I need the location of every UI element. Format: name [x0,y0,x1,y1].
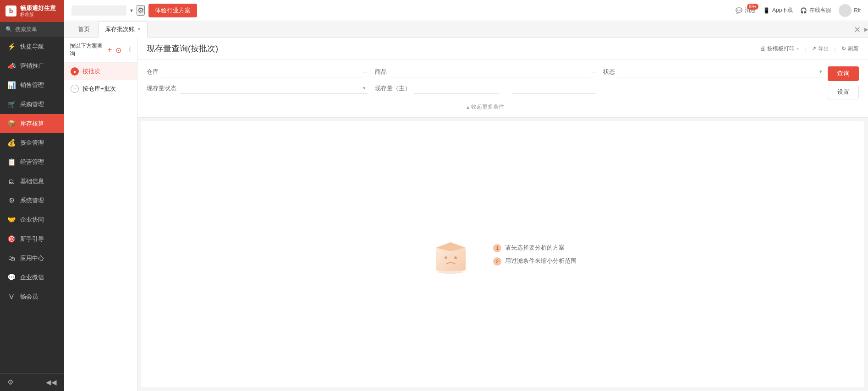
svg-point-4 [438,270,463,274]
breadcrumb-input[interactable] [71,5,126,16]
product-field: 商品 ··· [375,66,596,77]
main-area: ▾ ⚙ 体验行业方案 💬 消息 99+ 📱 App下载 🎧 在线客服 Rit [64,0,868,391]
sidebar-item-finance[interactable]: 💰 资金管理 [0,133,64,152]
scheme-panel-header: 按以下方案查询 + ⊙ 《 [64,38,137,63]
empty-state: 1 请先选择要分析的方案 2 用过滤条件来缩小分析范围 [141,121,864,387]
sidebar-item-wechat[interactable]: 💬 企业微信 [0,268,64,287]
scheme-settings-button[interactable]: ⊙ [115,46,121,54]
scheme-collapse-button[interactable]: 《 [125,46,132,54]
page-header: 现存量查询(按批次) 🖨 按模板打印 ▾ | ↗ 导出 | ↻ [137,38,868,60]
svg-point-3 [454,256,457,259]
app-title: 畅康通好生意 [20,5,56,12]
refresh-icon: ↻ [841,45,846,52]
sidebar-collapse-button[interactable]: ◀◀ [46,378,57,386]
export-button[interactable]: ↗ 导出 [812,45,829,53]
query-button[interactable]: 查询 [828,66,859,81]
breadcrumb-dropdown-icon[interactable]: ▾ [130,7,133,14]
sidebar-item-operations[interactable]: 📋 经营管理 [0,152,64,172]
collapse-filter-label: 收起更多条件 [471,103,504,111]
basic-label: 基础信息 [20,177,44,185]
stock-status-label: 现存量状态 [147,84,176,92]
tab-home-label: 首页 [78,25,90,33]
scheme-panel-title: 按以下方案查询 [70,42,108,58]
svg-point-2 [445,256,447,259]
sidebar-settings-button[interactable]: ⚙ [7,378,13,386]
sidebar-item-newbie[interactable]: 🎯 新手引导 [0,229,64,249]
panel-close-button[interactable]: ✕ [854,25,861,35]
purchase-label: 采购管理 [20,100,44,109]
sidebar-item-system[interactable]: ⚙ 系统管理 [0,191,64,210]
quicknav-label: 快捷导航 [20,43,44,51]
tab-home[interactable]: 首页 [71,21,96,38]
filter-row-2: 现存量状态 ▾ 现存量（主） [147,83,824,94]
sidebar-item-basic[interactable]: 🗂 基础信息 [0,172,64,191]
scheme-panel: 按以下方案查询 + ⊙ 《 ● 按批次 ○ 按仓库+批次 [64,38,137,391]
product-input[interactable] [390,66,591,77]
panel-expand-button[interactable]: ▶ [864,27,868,33]
refresh-button[interactable]: ↻ 刷新 [841,45,859,53]
quantity-label: 现存量（主） [375,84,411,92]
warehouse-input[interactable] [162,66,363,77]
messages-badge: 99+ [747,4,758,10]
warehouse-more-button[interactable]: ··· [363,69,368,75]
content-area: 按以下方案查询 + ⊙ 《 ● 按批次 ○ 按仓库+批次 [64,38,868,391]
online-service-label: 在线客服 [809,6,831,14]
sidebar-item-sales[interactable]: 📊 销售管理 [0,76,64,95]
sidebar-header: b 畅康通好生意 标准版 [0,0,64,22]
filter-settings-button[interactable]: 设置 [828,85,859,99]
app-subtitle: 标准版 [20,12,56,17]
quantity-min-input[interactable] [414,83,499,94]
empty-tip-2: 2 用过滤条件来缩小分析范围 [493,257,577,266]
wechat-icon: 💬 [7,273,16,282]
marketing-label: 营销推广 [20,62,44,70]
finance-label: 资金管理 [20,139,44,147]
top-bar: ▾ ⚙ 体验行业方案 💬 消息 99+ 📱 App下载 🎧 在线客服 Rit [64,0,868,21]
scheme-add-button[interactable]: + [108,46,112,54]
sidebar-search[interactable]: 🔍 搜索菜单 [0,22,64,37]
app-download-label: App下载 [772,6,793,14]
sales-icon: 📊 [7,81,16,89]
right-panel: 现存量查询(按批次) 🖨 按模板打印 ▾ | ↗ 导出 | ↻ [137,38,868,391]
topbar-settings-button[interactable]: ⚙ [137,5,145,16]
stock-status-select[interactable] [180,83,368,93]
tab-close-icon[interactable]: × [137,26,141,33]
print-button[interactable]: 🖨 按模板打印 ▾ [760,45,799,53]
appstore-icon: 🛍 [7,254,16,262]
app-download-button[interactable]: 📱 App下载 [763,6,793,14]
sidebar-item-appstore[interactable]: 🛍 应用中心 [0,249,64,268]
marketing-icon: 📣 [7,62,16,70]
scheme-item-batch[interactable]: ● 按批次 [64,63,137,80]
sidebar-item-enterprise[interactable]: 🤝 企业协同 [0,210,64,229]
quicknav-icon: ⚡ [7,43,16,51]
empty-icon [429,232,475,277]
user-avatar-button[interactable]: Rit [839,4,861,17]
tab-inventory-batch[interactable]: 库存批次账 × [98,21,148,38]
scheme-batch-label: 按批次 [82,67,100,76]
online-service-button[interactable]: 🎧 在线客服 [800,6,831,14]
empty-tip-1: 1 请先选择要分析的方案 [493,244,577,252]
sidebar-item-marketing[interactable]: 📣 营销推广 [0,56,64,76]
collapse-filter-button[interactable]: ▴ 收起更多条件 [147,103,824,111]
quantity-max-input[interactable] [512,83,596,94]
messages-button[interactable]: 💬 消息 99+ [736,6,756,14]
sidebar-item-purchase[interactable]: 🛒 采购管理 [0,95,64,114]
sidebar-item-inventory[interactable]: 📦 库存核算 [0,114,64,133]
sidebar-item-member[interactable]: V 畅会员 [0,287,64,306]
operations-label: 经营管理 [20,158,44,166]
product-more-button[interactable]: ··· [591,69,596,75]
product-label: 商品 [375,68,387,76]
sidebar-nav: ⚡ 快捷导航 📣 营销推广 📊 销售管理 🛒 采购管理 📦 库存核算 💰 资金管… [0,37,64,373]
trial-button[interactable]: 体验行业方案 [148,4,197,17]
status-select[interactable] [619,66,824,77]
sidebar: b 畅康通好生意 标准版 🔍 搜索菜单 ⚡ 快捷导航 📣 营销推广 📊 销售管理… [0,0,64,391]
tip-2-number: 2 [493,257,501,266]
sidebar-item-quicknav[interactable]: ⚡ 快捷导航 [0,37,64,56]
warehouse-label: 仓库 [147,68,159,76]
scheme-warehouse-batch-label: 按仓库+批次 [82,85,116,93]
collapse-up-icon: ▴ [467,104,469,110]
appstore-label: 应用中心 [20,254,44,262]
scheme-item-warehouse-batch[interactable]: ○ 按仓库+批次 [64,80,137,98]
print-label: 按模板打印 [767,45,795,53]
tip-2-text: 用过滤条件来缩小分析范围 [505,257,577,265]
scheme-active-icon: ● [71,67,79,76]
